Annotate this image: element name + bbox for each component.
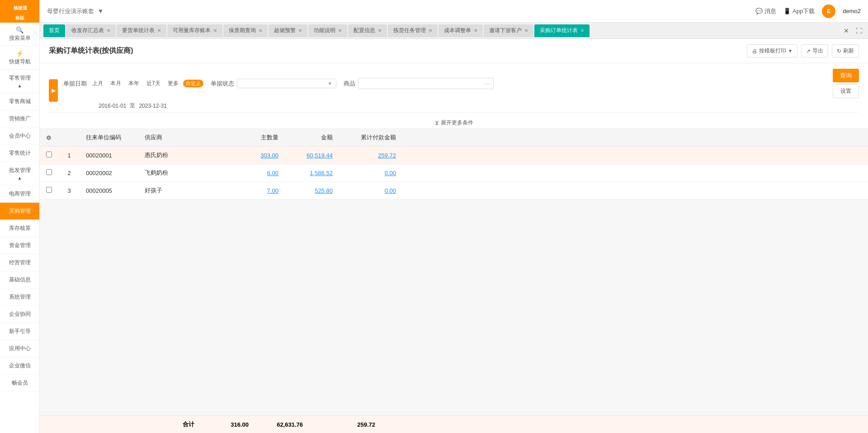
tab-purchase-order-stats[interactable]: 采购订单统计表 ✕ — [534, 24, 590, 37]
row-select-checkbox[interactable] — [46, 169, 52, 175]
tab-overstock-warning[interactable]: 超储预警 ✕ — [269, 24, 307, 37]
sidebar-item-retail-shop[interactable]: 零售商城 — [0, 93, 39, 110]
export-button[interactable]: ↗ 导出 — [801, 44, 828, 57]
sidebar-item-operations[interactable]: 经营管理 — [0, 254, 39, 271]
user-name[interactable]: demo2 — [843, 8, 861, 14]
workspace-dropdown-icon[interactable]: ▼ — [98, 8, 104, 14]
close-tab-button[interactable]: ✕ — [841, 25, 852, 36]
sidebar-item-collab[interactable]: 企业协同 — [0, 306, 39, 323]
tab-close-icon[interactable]: ✕ — [213, 28, 217, 33]
row-select-checkbox[interactable] — [46, 187, 52, 193]
status-filter: 单据状态 ▼ — [211, 79, 336, 88]
sidebar-item-wholesale[interactable]: 批发管理 ▲ — [0, 162, 39, 186]
sidebar-search[interactable]: 🔍 搜索菜单 — [0, 23, 39, 46]
tab-close-icon[interactable]: ✕ — [338, 28, 342, 33]
this-year-btn[interactable]: 本年 — [126, 79, 142, 88]
row-code: 00020001 — [80, 147, 139, 164]
sidebar-item-marketing[interactable]: 营销推广 — [0, 110, 39, 128]
sidebar-item-finance[interactable]: 资金管理 — [0, 237, 39, 254]
goods-input[interactable] — [362, 81, 485, 87]
sidebar-item-members[interactable]: 会员中心 — [0, 128, 39, 145]
tab-close-icon[interactable]: ✕ — [107, 28, 110, 33]
last-month-btn[interactable]: 上月 — [90, 79, 106, 88]
sidebar-item-retail-stats[interactable]: 零售统计 — [0, 145, 39, 162]
tab-close-icon[interactable]: ✕ — [298, 28, 302, 33]
sidebar-item-sys-mgmt[interactable]: 系统管理 — [0, 289, 39, 306]
row-checkbox[interactable] — [40, 182, 58, 200]
quick-nav[interactable]: ⚡ 快捷导航 — [0, 46, 39, 70]
row-paid[interactable]: 0.00 — [338, 164, 401, 182]
sidebar-item-wechat[interactable]: 企业微信 — [0, 357, 39, 375]
col-header-index — [58, 129, 80, 147]
tab-close-icon[interactable]: ✕ — [580, 28, 584, 33]
row-checkbox[interactable] — [40, 147, 58, 164]
tab-order-stats[interactable]: 要货单统计表 ✕ — [117, 24, 166, 37]
status-select[interactable]: ▼ — [237, 79, 336, 88]
table-row: 2 00020002 飞鹤奶粉 6.00 1,586.52 — [40, 164, 868, 182]
expand-more-button[interactable]: ⊻ 展开更多条件 — [435, 119, 473, 127]
filter-area: ▶ 单据日期 上月 本月 本年 近7天 更多 自定义 — [40, 63, 868, 129]
last-7days-btn[interactable]: 近7天 — [144, 79, 163, 88]
filter-row-1: 单据日期 上月 本月 本年 近7天 更多 自定义 单据状态 — [63, 69, 859, 98]
sidebar-item-base-info[interactable]: 基础信息 — [0, 271, 39, 289]
tab-available-stock[interactable]: 可用量库存账本 ✕ — [167, 24, 222, 37]
template-print-button[interactable]: 🖨 按模板打印 ▼ — [747, 44, 797, 57]
tab-close-icon[interactable]: ✕ — [157, 28, 161, 33]
tab-close-icon[interactable]: ✕ — [524, 28, 528, 33]
search-button[interactable]: 查询 — [833, 69, 859, 82]
tab-home[interactable]: 首页 — [43, 24, 65, 37]
col-header-setting[interactable]: ⚙ — [40, 129, 58, 147]
tab-cost-adjust[interactable]: 成本调整单 ✕ — [439, 24, 483, 37]
tab-config-info[interactable]: 配置信息 ✕ — [348, 24, 387, 37]
tab-function-desc[interactable]: 功能说明 ✕ — [308, 24, 347, 37]
tab-receive-summary[interactable]: 收发存汇总表 ✕ — [66, 24, 116, 37]
row-qty[interactable]: 6.00 — [230, 164, 284, 182]
maximize-tab-button[interactable]: ⛶ — [854, 25, 864, 36]
tab-pick-task[interactable]: 拣货任务管理 ✕ — [388, 24, 438, 37]
sidebar-item-app-center[interactable]: 应用中心 — [0, 340, 39, 357]
sidebar-item-retail-mgmt[interactable]: 零售管理 ▲ — [0, 70, 39, 93]
row-qty[interactable]: 303.00 — [230, 147, 284, 164]
sidebar-item-ecommerce[interactable]: 电商管理 — [0, 186, 39, 203]
goods-input-container: ··· — [358, 78, 494, 89]
this-month-btn[interactable]: 本月 — [108, 79, 124, 88]
sidebar-item-membership[interactable]: 畅会员 — [0, 375, 39, 392]
goods-more-icon[interactable]: ··· — [485, 80, 490, 87]
row-amount[interactable]: 60,519.44 — [284, 147, 338, 164]
row-amount[interactable]: 1,586.52 — [284, 164, 338, 182]
data-table: ⚙ 往来单位编码 供应商 主数量 金额 累计付款金额 — [40, 129, 868, 200]
custom-date-tag[interactable]: 自定义 — [183, 80, 203, 87]
filter-collapse-button[interactable]: ▶ — [49, 79, 58, 102]
more-dates-btn[interactable]: 更多 — [165, 79, 181, 88]
tab-close-icon[interactable]: ✕ — [378, 28, 382, 33]
row-supplier: 惠氏奶粉 — [139, 147, 230, 164]
status-dropdown-icon: ▼ — [328, 81, 332, 86]
tab-close-icon[interactable]: ✕ — [259, 28, 262, 33]
refresh-button[interactable]: ↻ 刷新 — [832, 44, 859, 57]
row-extra — [401, 182, 868, 200]
row-amount[interactable]: 525.80 — [284, 182, 338, 200]
row-code: 00020002 — [80, 164, 139, 182]
row-paid[interactable]: 0.00 — [338, 182, 401, 200]
row-select-checkbox[interactable] — [46, 152, 52, 157]
app-logo: 畅捷通 标版 — [0, 0, 39, 23]
row-checkbox[interactable] — [40, 164, 58, 182]
sidebar-item-inventory[interactable]: 库存核算 — [0, 220, 39, 237]
tab-invite-downstream[interactable]: 邀请下游客户 ✕ — [484, 24, 533, 37]
col-header-extra — [401, 129, 868, 147]
sidebar-item-newbie[interactable]: 新手引导 — [0, 323, 39, 340]
row-supplier: 飞鹤奶粉 — [139, 164, 230, 182]
col-header-supplier: 供应商 — [139, 129, 230, 147]
tab-close-icon[interactable]: ✕ — [474, 28, 477, 33]
tab-close-icon[interactable]: ✕ — [429, 28, 432, 33]
app-download-button[interactable]: 📱 App下载 — [783, 7, 815, 15]
tab-expiry-query[interactable]: 保质期查询 ✕ — [223, 24, 268, 37]
row-qty[interactable]: 7.00 — [230, 182, 284, 200]
settings-button[interactable]: 设置 — [833, 84, 859, 98]
message-button[interactable]: 💬 消息 — [755, 7, 776, 15]
topbar: 母婴行业演示账套 ▼ 💬 消息 📱 App下载 E demo2 — [40, 0, 868, 23]
row-paid[interactable]: 259.72 — [338, 147, 401, 164]
sidebar-item-purchase[interactable]: 采购管理 — [0, 203, 39, 220]
data-table-container: ⚙ 往来单位编码 供应商 主数量 金额 累计付款金额 — [40, 129, 868, 200]
settings-gear-icon[interactable]: ⚙ — [46, 134, 52, 141]
